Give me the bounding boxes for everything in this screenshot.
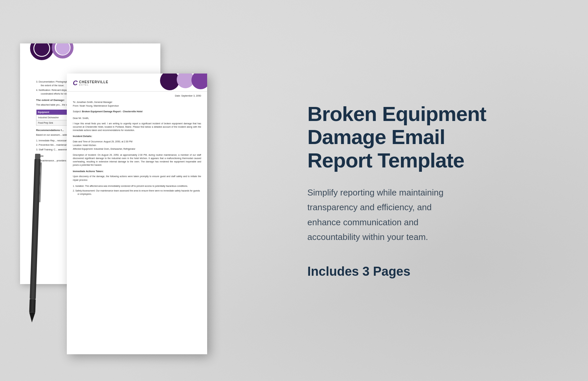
main-title: Broken Equipment Damage Email Report Tem… bbox=[307, 102, 555, 172]
back-doc-circles bbox=[30, 43, 74, 60]
incident-title: Incident Details: bbox=[73, 135, 201, 138]
affected-equipment: Affected Equipment: Industrial Oven, Dis… bbox=[73, 147, 201, 151]
front-circle-medium bbox=[191, 74, 207, 89]
desc-line-1: Simplify reporting while maintaining bbox=[307, 187, 444, 198]
description-para: Description of Incident: On August 29, 2… bbox=[73, 153, 201, 167]
location-line: Location: Hotel Kitchen bbox=[73, 144, 201, 147]
title-line-2: Damage Email bbox=[307, 125, 445, 148]
title-line-3: Report Template bbox=[307, 149, 464, 172]
pen-grip bbox=[29, 299, 36, 313]
left-section: 3. Documentation: Photographs of the dam… bbox=[0, 0, 220, 381]
to-line: To: Jonathan Smith, General Manager bbox=[73, 100, 201, 104]
logo-area: C Chesterville HOTEL bbox=[73, 78, 108, 88]
action-2: 2. Safety Assessment: Our maintenance te… bbox=[73, 189, 201, 196]
desc-line-2: transparency and efficiency, and bbox=[307, 202, 432, 212]
description-text: Simplify reporting while maintaining tra… bbox=[307, 185, 555, 244]
action-1: 1. Isolation: The affected area was imme… bbox=[73, 184, 201, 188]
to-from-block: To: Jonathan Smith, General Manager From… bbox=[73, 100, 201, 108]
pen-top bbox=[35, 154, 41, 159]
doc-body: Date: September 3, 2050 To: Jonathan Smi… bbox=[67, 94, 207, 202]
logo-name: Chesterville bbox=[79, 80, 108, 84]
logo-letter: C bbox=[73, 78, 78, 88]
subject-text: Broken Equipment Damage Report - Chester… bbox=[82, 110, 142, 113]
circle-1 bbox=[30, 43, 53, 60]
salutation: Dear Mr. Smith, bbox=[73, 117, 201, 120]
desc-line-3: enhance communication and bbox=[307, 217, 418, 227]
front-doc-circles bbox=[160, 74, 207, 90]
subject-line: Subject: Broken Equipment Damage Report … bbox=[73, 110, 201, 113]
actions-title: Immediate Actions Taken: bbox=[73, 170, 201, 173]
title-line-1: Broken Equipment bbox=[307, 102, 486, 125]
front-document: C Chesterville HOTEL Chesterville Hotel … bbox=[67, 74, 207, 354]
intro-paragraph: I hope this email finds you well. I am w… bbox=[73, 122, 201, 132]
documents-container: 3. Documentation: Photographs of the dam… bbox=[20, 33, 214, 348]
date-occurrence: Date and Time of Occurrence: August 29, … bbox=[73, 140, 201, 144]
right-section: Broken Equipment Damage Email Report Tem… bbox=[287, 0, 588, 381]
circle-2 bbox=[52, 43, 74, 58]
logo-text: Chesterville HOTEL bbox=[79, 80, 108, 86]
actions-para: Upon discovery of the damage, the follow… bbox=[73, 175, 201, 181]
date-line: Date: September 3, 2050 bbox=[73, 94, 201, 98]
pen-tip bbox=[29, 312, 35, 323]
logo-sub: HOTEL bbox=[79, 84, 108, 86]
desc-line-4: accountability within your team. bbox=[307, 232, 428, 242]
from-line: From: Noah Young, Maintenance Supervisor bbox=[73, 104, 201, 108]
front-circle-dark bbox=[160, 74, 179, 90]
subject-label: Subject: bbox=[73, 110, 82, 113]
includes-label: Includes 3 Pages bbox=[307, 264, 555, 279]
